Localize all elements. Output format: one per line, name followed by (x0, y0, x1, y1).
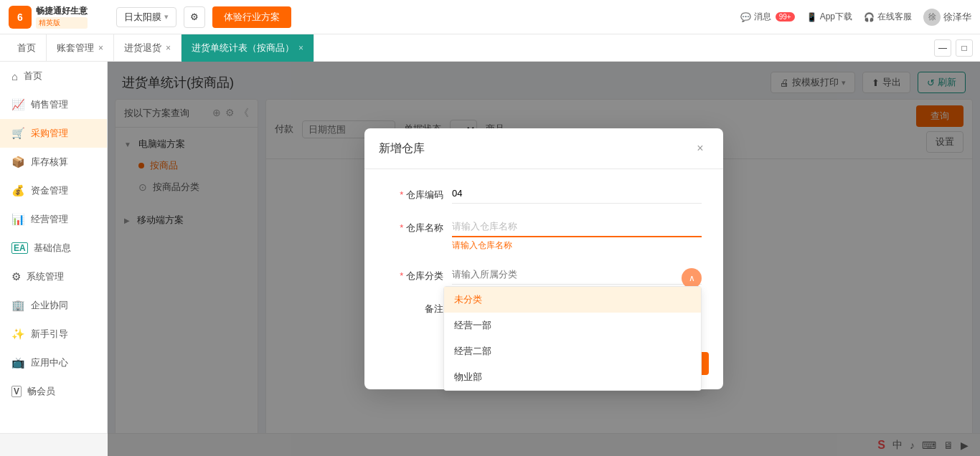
header-center: 日太阳膜 ▾ ⚙ 体验行业方案 (116, 6, 740, 28)
tab-purchase-return-close[interactable]: × (166, 43, 171, 53)
sidebar-item-inventory-label: 库存核算 (31, 156, 68, 168)
notification-group[interactable]: 💬 消息 99+ (740, 11, 795, 23)
sidebar-item-sales[interactable]: 📈 销售管理 (0, 90, 107, 119)
category-select-wrap: ∧ (452, 265, 702, 285)
code-label-text: 仓库编码 (406, 189, 443, 200)
name-label: 仓库名称 (386, 217, 443, 234)
sidebar-item-guide-label: 新手引导 (31, 328, 68, 341)
tab-purchase-stats[interactable]: 进货单统计表（按商品） × (182, 34, 314, 62)
sidebar-item-system-label: 系统管理 (27, 270, 64, 283)
code-input[interactable] (452, 184, 702, 204)
dropdown-item-3[interactable]: 物业部 (444, 364, 701, 390)
dropdown-item-1[interactable]: 经营一部 (444, 313, 701, 338)
dialog-header: 新增仓库 × (364, 128, 723, 169)
apps-icon: 📺 (11, 356, 25, 369)
tab-purchase-return-label: 进货退货 (124, 42, 161, 54)
sidebar-item-guide[interactable]: ✨ 新手引导 (0, 320, 107, 348)
tab-purchase-return[interactable]: 进货退货 × (114, 34, 182, 62)
sidebar-item-finance[interactable]: 💰 资金管理 (0, 176, 107, 205)
tab-home[interactable]: 首页 (7, 34, 47, 62)
sidebar-item-company[interactable]: 🏢 企业协同 (0, 291, 107, 320)
sidebar-item-operation[interactable]: 📊 经营管理 (0, 205, 107, 234)
gear-button[interactable]: ⚙ (184, 6, 205, 28)
guide-icon: ✨ (11, 328, 25, 341)
online-service-label: 在线客服 (877, 11, 912, 23)
chevron-down-icon: ▾ (164, 12, 169, 22)
category-dropdown-toggle[interactable]: ∧ (682, 268, 702, 288)
gear-icon: ⚙ (190, 11, 199, 22)
sidebar-item-home[interactable]: ⌂ 首页 (0, 62, 107, 90)
notification-badge: 99+ (776, 12, 795, 22)
sidebar-item-member[interactable]: V 畅会员 (0, 377, 107, 406)
tabs-bar: 首页 账套管理 × 进货退货 × 进货单统计表（按商品） × — □ (0, 34, 980, 62)
sidebar-item-home-label: 首页 (24, 70, 42, 82)
name-label-text: 仓库名称 (406, 222, 443, 233)
sidebar-item-basic-label: 基础信息 (34, 242, 71, 255)
sidebar-item-basic[interactable]: EA 基础信息 (0, 234, 107, 262)
dropdown-item-0[interactable]: 未分类 (444, 287, 701, 313)
new-warehouse-dialog: 新增仓库 × 仓库编码 (364, 128, 723, 389)
online-service-group[interactable]: 🎧 在线客服 (864, 11, 912, 23)
sidebar-item-purchase-label: 采购管理 (31, 127, 68, 140)
avatar: 徐 (923, 9, 941, 26)
finance-icon: 💰 (11, 184, 25, 197)
company-icon: 🏢 (11, 299, 25, 312)
category-label: 仓库分类 (386, 265, 443, 282)
sidebar-item-inventory[interactable]: 📦 库存核算 (0, 148, 107, 176)
brand-text: 畅捷通好生意 精英版 (36, 5, 88, 29)
category-field-row: 仓库分类 ∧ 未分类 经营一部 经营二部 物业部 (386, 265, 702, 285)
tab-account[interactable]: 账套管理 × (47, 34, 114, 62)
inventory-icon: 📦 (11, 156, 25, 168)
code-field (452, 184, 702, 204)
trial-button[interactable]: 体验行业方案 (212, 6, 291, 28)
modal-overlay: 新增仓库 × 仓库编码 (108, 62, 980, 456)
note-label: 备注 (386, 298, 443, 315)
tab-purchase-stats-close[interactable]: × (298, 43, 303, 53)
app-download-group[interactable]: 📱 App下载 (806, 11, 852, 23)
minimize-button[interactable]: — (934, 39, 951, 57)
notification-icon: 💬 (740, 12, 751, 22)
notification-label: 消息 (754, 11, 771, 23)
member-icon: V (11, 386, 22, 397)
basic-icon: EA (11, 242, 28, 254)
sidebar: ⌂ 首页 📈 销售管理 🛒 采购管理 📦 库存核算 💰 资金管理 📊 经营管理 … (0, 62, 108, 456)
top-header: 6 畅捷通好生意 精英版 日太阳膜 ▾ ⚙ 体验行业方案 💬 消息 99+ 📱 … (0, 0, 980, 34)
home-icon: ⌂ (11, 70, 18, 82)
tab-account-close[interactable]: × (98, 43, 103, 53)
dialog-title: 新增仓库 (379, 141, 425, 156)
category-dropdown: 未分类 经营一部 经营二部 物业部 (443, 286, 702, 391)
dialog-close-button[interactable]: × (692, 140, 709, 157)
name-field: 请输入仓库名称 (452, 217, 702, 252)
dropdown-item-2[interactable]: 经营二部 (444, 338, 701, 364)
user-group[interactable]: 徐 徐泽华 (923, 9, 971, 26)
sidebar-item-apps-label: 应用中心 (31, 356, 68, 369)
name-input[interactable] (452, 217, 702, 237)
tab-account-label: 账套管理 (57, 42, 94, 54)
app-download-label: App下载 (820, 11, 852, 23)
category-input[interactable] (452, 265, 702, 285)
category-label-text: 仓库分类 (406, 270, 443, 281)
operation-icon: 📊 (11, 213, 25, 226)
sidebar-item-company-label: 企业协同 (31, 299, 68, 312)
window-buttons: — □ (934, 39, 973, 57)
sidebar-item-purchase[interactable]: 🛒 采购管理 (0, 119, 107, 148)
sidebar-item-finance-label: 资金管理 (31, 184, 68, 197)
dialog-body: 仓库编码 仓库名称 请输入仓库名称 (364, 169, 723, 345)
store-selector[interactable]: 日太阳膜 ▾ (116, 7, 176, 27)
sidebar-item-operation-label: 经营管理 (31, 213, 68, 226)
mobile-icon: 📱 (806, 12, 817, 22)
name-field-row: 仓库名称 请输入仓库名称 (386, 217, 702, 252)
sidebar-item-apps[interactable]: 📺 应用中心 (0, 348, 107, 377)
system-icon: ⚙ (11, 270, 21, 283)
sidebar-item-member-label: 畅会员 (27, 385, 55, 398)
tab-home-label: 首页 (17, 42, 36, 54)
user-name: 徐泽华 (943, 11, 971, 24)
sidebar-item-sales-label: 销售管理 (31, 98, 68, 111)
purchase-icon: 🛒 (11, 127, 25, 140)
app-logo: 6 (9, 6, 32, 29)
maximize-button[interactable]: □ (956, 39, 973, 57)
headset-icon: 🎧 (864, 12, 875, 22)
brand-name: 畅捷通好生意 (36, 5, 88, 17)
sidebar-item-system[interactable]: ⚙ 系统管理 (0, 262, 107, 291)
content-area: 进货单统计(按商品) 🖨 按模板打印 ▾ ⬆ 导出 ↺ 刷新 (108, 62, 980, 456)
